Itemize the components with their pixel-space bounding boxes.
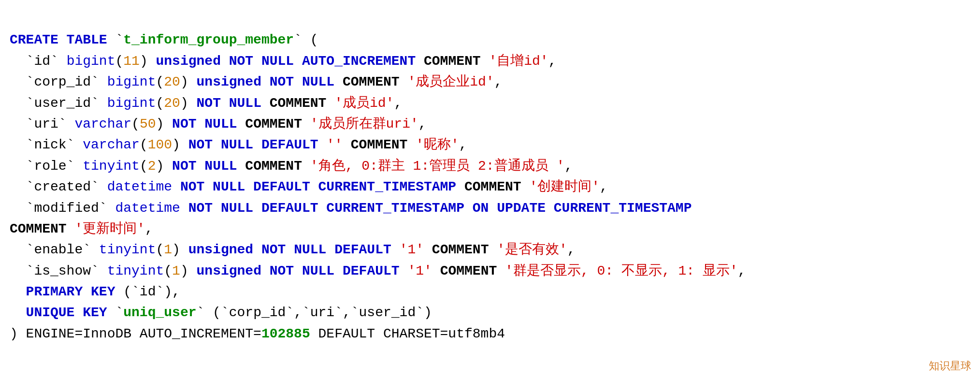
unique-key: UNIQUE KEY [26, 305, 115, 320]
table-name: t_inform_group_member [123, 32, 294, 47]
col-created: `created` [26, 179, 99, 194]
col-user-id: `user_id` [26, 96, 99, 111]
col-modified: `modified` [26, 201, 107, 216]
primary-key: PRIMARY KEY [26, 284, 124, 299]
col-uri: `uri` [26, 117, 67, 132]
engine-clause: ENGINE=InnoDB AUTO_INCREMENT= [26, 326, 261, 341]
col-is-show: `is_show` [26, 263, 99, 278]
create-keyword: CREATE TABLE [10, 32, 115, 47]
watermark: 知识星球 [929, 358, 971, 374]
col-id: `id` [26, 54, 58, 69]
col-role: `role` [26, 159, 75, 174]
col-corp-id: `corp_id` [26, 74, 99, 89]
code-block: CREATE TABLE `t_inform_group_member` ( `… [10, 9, 970, 344]
col-nick: `nick` [26, 137, 75, 152]
col-enable: `enable` [26, 242, 91, 257]
